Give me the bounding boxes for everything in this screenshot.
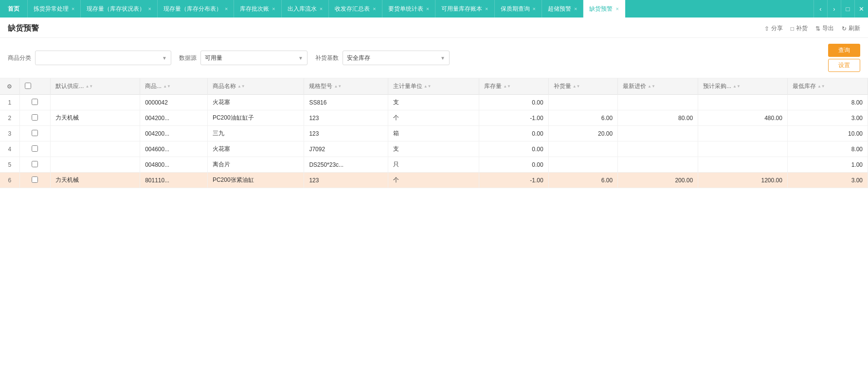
row-checkbox[interactable] xyxy=(32,161,38,167)
cell-latest-price xyxy=(618,157,698,173)
sort-product-code[interactable]: 商品... ▲▼ xyxy=(145,82,171,90)
row-checkbox-cell xyxy=(19,126,51,141)
table-row: 5004800...离合片DS250*23c...只0.001.00 xyxy=(0,157,868,173)
replenish-base-label: 补货基数 xyxy=(315,54,339,62)
close-tab-in-out-flow-icon[interactable]: × xyxy=(320,6,323,12)
category-select[interactable]: ▼ xyxy=(35,51,171,65)
tab-scroll-left[interactable]: ‹ xyxy=(814,0,827,18)
col-unit-label: 主计量单位 xyxy=(393,82,422,90)
cell-spec: DS250*23c... xyxy=(304,157,388,173)
cell-latest-price: 80.00 xyxy=(618,110,698,126)
tab-demand-stat[interactable]: 要货单统计表× xyxy=(382,0,435,18)
table-body: 10000042火花塞SS816支0.008.002力天机械004200...P… xyxy=(0,95,868,188)
export-label: 导出 xyxy=(822,24,834,33)
sort-default-supplier[interactable]: 默认供应... ▲▼ xyxy=(55,82,93,90)
cell-product-code: 0000042 xyxy=(140,95,208,110)
col-checkbox xyxy=(19,78,51,95)
col-unit: 主计量单位 ▲▼ xyxy=(388,78,479,95)
sort-unit[interactable]: 主计量单位 ▲▼ xyxy=(393,82,432,90)
share-button[interactable]: ⇧ 分享 xyxy=(764,24,783,33)
replenish-button[interactable]: □ 补货 xyxy=(791,24,808,33)
tab-overstock[interactable]: 超储预警× xyxy=(542,0,583,18)
close-tab-batch-account-icon[interactable]: × xyxy=(272,6,275,12)
close-tab-inventory-status-icon[interactable]: × xyxy=(148,6,151,12)
close-tab-receipt-summary-icon[interactable]: × xyxy=(373,6,376,12)
category-label: 商品分类 xyxy=(8,54,31,62)
cell-estimated-purchase xyxy=(698,141,788,157)
row-checkbox[interactable] xyxy=(32,130,38,136)
sort-product-name[interactable]: 商品名称 ▲▼ xyxy=(213,82,245,90)
refresh-icon: ↻ xyxy=(842,25,847,32)
row-number: 2 xyxy=(0,110,19,126)
table-row: 4004600...火花塞J7092支0.008.00 xyxy=(0,141,868,157)
cell-stock: 0.00 xyxy=(479,95,548,110)
datasource-select-text: 可用量 xyxy=(205,54,298,62)
tab-inventory-dist[interactable]: 现存量（库存分布表）× xyxy=(158,0,234,18)
tab-expiry-query[interactable]: 保质期查询× xyxy=(495,0,542,18)
close-tab-overstock-icon[interactable]: × xyxy=(574,6,577,12)
close-tab-expiry-query-icon[interactable]: × xyxy=(533,6,536,12)
tab-restore[interactable]: □ xyxy=(841,0,854,18)
col-replenish-qty: 补货量 ▲▼ xyxy=(548,78,617,95)
cell-spec: 123 xyxy=(304,110,388,126)
export-button[interactable]: ⇅ 导出 xyxy=(815,24,834,33)
cell-product-name: PC200油缸缸子 xyxy=(207,110,304,126)
sort-estimated-purchase[interactable]: 预计采购... ▲▼ xyxy=(703,82,741,90)
column-settings-icon[interactable]: ⚙ xyxy=(7,83,12,90)
cell-product-code: 004800... xyxy=(140,157,208,173)
tab-batch-account[interactable]: 库存批次账× xyxy=(234,0,281,18)
row-checkbox[interactable] xyxy=(32,176,38,183)
sort-spec[interactable]: 规格型号 ▲▼ xyxy=(309,82,342,90)
sort-min-stock[interactable]: 最低库存 ▲▼ xyxy=(793,82,825,90)
sort-replenish-qty[interactable]: 补货量 ▲▼ xyxy=(554,82,580,90)
refresh-button[interactable]: ↻ 刷新 xyxy=(842,24,860,33)
datasource-select[interactable]: 可用量 ▼ xyxy=(200,51,307,65)
tab-close-all[interactable]: ✕ xyxy=(854,0,868,18)
close-tab-shortage-icon[interactable]: × xyxy=(615,6,618,12)
cell-estimated-purchase xyxy=(698,157,788,173)
select-all-checkbox[interactable] xyxy=(25,83,31,89)
cell-unit: 支 xyxy=(388,141,479,157)
tab-receipt-summary[interactable]: 收发存汇总表× xyxy=(329,0,382,18)
export-icon: ⇅ xyxy=(815,25,820,32)
sort-arrows-unit: ▲▼ xyxy=(424,85,432,88)
tab-inventory-status[interactable]: 现存量（库存状况表）× xyxy=(81,0,157,18)
tab-scroll-right[interactable]: › xyxy=(827,0,841,18)
cell-replenish-qty xyxy=(548,157,617,173)
row-number: 1 xyxy=(0,95,19,110)
tab-shortage[interactable]: 缺货预警× xyxy=(583,0,625,18)
col-settings[interactable]: ⚙ xyxy=(0,78,19,95)
cell-latest-price: 200.00 xyxy=(618,173,698,188)
query-button[interactable]: 查询 xyxy=(828,44,860,57)
col-min-stock: 最低库存 ▲▼ xyxy=(787,78,868,95)
close-tab-available-ledger-icon[interactable]: × xyxy=(485,6,488,12)
tab-nav-buttons: ‹ › □ ✕ xyxy=(814,0,868,18)
tab-abnormal[interactable]: 拣货异常处理× xyxy=(28,0,81,18)
settings-button[interactable]: 设置 xyxy=(828,59,860,72)
close-tab-inventory-dist-icon[interactable]: × xyxy=(225,6,228,12)
cell-spec: 123 xyxy=(304,126,388,141)
filter-actions: 查询 设置 xyxy=(828,44,860,72)
row-checkbox[interactable] xyxy=(32,114,38,121)
close-tab-abnormal-icon[interactable]: × xyxy=(72,6,74,12)
col-default-supplier-label: 默认供应... xyxy=(55,82,84,90)
cell-stock: 0.00 xyxy=(479,126,548,141)
cell-default-supplier xyxy=(51,126,140,141)
col-spec-label: 规格型号 xyxy=(309,82,332,90)
row-checkbox-cell xyxy=(19,173,51,188)
sort-arrows-replenish-qty: ▲▼ xyxy=(573,85,580,88)
replenish-base-select[interactable]: 安全库存 ▼ xyxy=(343,51,450,65)
tab-home[interactable]: 首页 xyxy=(0,0,28,18)
sort-latest-price[interactable]: 最新进价 ▲▼ xyxy=(623,82,655,90)
tab-available-ledger[interactable]: 可用量库存账本× xyxy=(435,0,494,18)
table-header: ⚙ 默认供应... ▲▼ 商品... ▲▼ xyxy=(0,78,868,95)
row-checkbox[interactable] xyxy=(32,99,38,105)
close-tab-demand-stat-icon[interactable]: × xyxy=(426,6,429,12)
row-checkbox[interactable] xyxy=(32,145,38,152)
sort-stock[interactable]: 库存量 ▲▼ xyxy=(484,82,511,90)
row-number: 4 xyxy=(0,141,19,157)
cell-product-code: 004200... xyxy=(140,110,208,126)
sort-arrows-product-name: ▲▼ xyxy=(237,85,245,88)
tab-in-out-flow[interactable]: 出入库流水× xyxy=(282,0,329,18)
cell-product-code: 801110... xyxy=(140,173,208,188)
